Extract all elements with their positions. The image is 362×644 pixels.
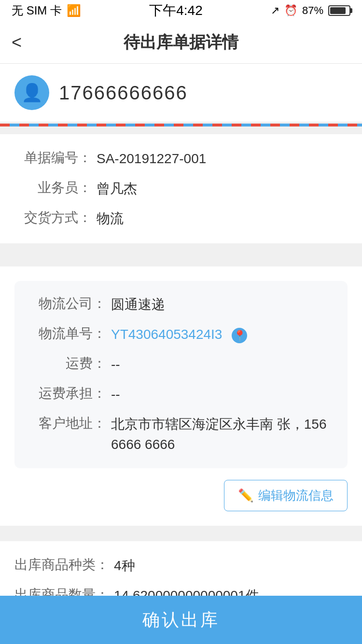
section-divider-1 [0, 251, 362, 259]
location-icon[interactable] [232, 328, 247, 343]
customer-phone: 17666666666 [59, 82, 188, 104]
logistics-company-row: 物流公司： 圆通速递 [29, 294, 333, 315]
logistics-card: 物流公司： 圆通速递 物流单号： YT43064053424I3 运费： -- … [14, 281, 348, 468]
location-status-icon: ↗ [271, 4, 279, 17]
back-button[interactable]: < [12, 32, 22, 53]
agent-label: 业务员： [14, 179, 92, 197]
logistics-section: 物流公司： 圆通速递 物流单号： YT43064053424I3 运费： -- … [0, 266, 362, 526]
basic-info-section: 单据编号： SA-20191227-001 业务员： 曾凡杰 交货方式： 物流 [0, 134, 362, 243]
nav-bar: < 待出库单据详情 [0, 21, 362, 64]
status-left: 无 SIM 卡 📶 [12, 3, 81, 18]
battery-bar [328, 5, 350, 16]
goods-type-row: 出库商品种类： 4种 [14, 556, 348, 576]
goods-type-value: 4种 [109, 556, 348, 576]
customer-header: 👤 17666666666 [0, 64, 362, 122]
tracking-label: 物流单号： [29, 324, 106, 343]
edit-icon: ✏️ [238, 488, 253, 503]
tracking-value: YT43064053424I3 [106, 324, 333, 345]
freight-bearer-value: -- [106, 384, 333, 405]
address-label: 客户地址： [29, 414, 106, 433]
delivery-value: 物流 [92, 209, 348, 229]
address-row: 客户地址： 北京市市辖区海淀区永丰南 张，156 6666 6666 [29, 414, 333, 455]
logistics-company-label: 物流公司： [29, 294, 106, 313]
delivery-label: 交货方式： [14, 209, 92, 227]
edit-logistics-button[interactable]: ✏️ 编辑物流信息 [224, 480, 348, 511]
battery-percent: 87% [302, 4, 323, 17]
user-icon: 👤 [21, 83, 43, 103]
agent-value: 曾凡杰 [92, 179, 348, 199]
status-right: ↗ ⏰ 87% [271, 4, 350, 17]
logistics-company-value: 圆通速递 [106, 294, 333, 315]
doc-no-label: 单据编号： [14, 149, 92, 167]
freight-value: -- [106, 354, 333, 375]
section-divider-2 [0, 533, 362, 541]
address-value: 北京市市辖区海淀区永丰南 张，156 6666 6666 [106, 414, 333, 455]
doc-no-row: 单据编号： SA-20191227-001 [14, 149, 348, 169]
status-time: 下午4:42 [149, 1, 203, 20]
doc-no-value: SA-20191227-001 [92, 149, 348, 169]
carrier-text: 无 SIM 卡 [12, 3, 62, 18]
main-content: 👤 17666666666 单据编号： SA-20191227-001 业务员：… [0, 64, 362, 644]
edit-btn-row: ✏️ 编辑物流信息 [14, 480, 348, 511]
agent-row: 业务员： 曾凡杰 [14, 179, 348, 199]
avatar: 👤 [14, 75, 49, 110]
wifi-icon: 📶 [67, 4, 81, 17]
freight-label: 运费： [29, 354, 106, 373]
page-title: 待出库单据详情 [124, 31, 238, 54]
confirm-button[interactable]: 确认出库 [0, 596, 362, 644]
tracking-row: 物流单号： YT43064053424I3 [29, 324, 333, 345]
freight-row: 运费： -- [29, 354, 333, 375]
freight-bearer-row: 运费承担： -- [29, 384, 333, 405]
bottom-area: 确认出库 [0, 596, 362, 644]
delivery-row: 交货方式： 物流 [14, 209, 348, 229]
dashed-divider [0, 124, 362, 126]
status-bar: 无 SIM 卡 📶 下午4:42 ↗ ⏰ 87% [0, 0, 362, 21]
goods-type-label: 出库商品种类： [14, 556, 109, 574]
alarm-icon: ⏰ [284, 4, 297, 17]
freight-bearer-label: 运费承担： [29, 384, 106, 403]
